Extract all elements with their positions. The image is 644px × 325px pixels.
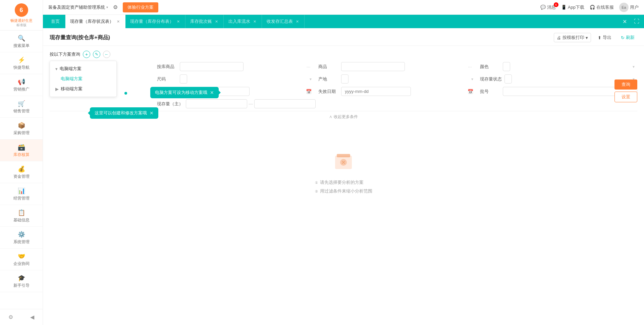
size-select[interactable]: [180, 74, 187, 84]
filter-rows: 按库商品 ··· 商品 ···: [50, 62, 637, 108]
tab-close-inventory-status[interactable]: ✕: [116, 19, 120, 24]
expire-date-input[interactable]: [341, 87, 411, 96]
quick-icon: ⚡: [18, 56, 25, 64]
collapse-sidebar-btn[interactable]: ◀: [29, 313, 36, 322]
goods-input-wrap: ···: [341, 62, 476, 71]
tab-bar: 首页 现存量（库存状况表） ✕ 现存量（库存分布表） ✕ 库存批次账 ✕ 出入库…: [43, 15, 644, 28]
sidebar-item-enterprise[interactable]: 🤝 企业协同: [0, 249, 43, 270]
sidebar-item-basic[interactable]: 📋 基础信息: [0, 205, 43, 227]
filter-add-btn[interactable]: +: [83, 51, 90, 58]
message-count-badge: 6: [554, 2, 558, 7]
expand-tabs-btn[interactable]: ⛶: [632, 17, 641, 26]
page-content: 现存量查询(按仓库+商品) 🖨 按模板打印 ▾ ⬆ 导出 ↻ 刷新: [43, 28, 644, 325]
sidebar-item-label: 采购管理: [13, 130, 30, 136]
warehouse-input-wrap: ···: [180, 62, 314, 71]
search-btn[interactable]: 查询: [614, 79, 637, 90]
online-support-label: 在线客服: [596, 4, 614, 10]
export-label: 导出: [603, 35, 611, 41]
print-btn[interactable]: 🖨 按模板打印 ▾: [554, 33, 591, 42]
empty-tip-1: 请先选择要分析的方案: [315, 178, 372, 187]
sidebar-item-search[interactable]: 🔍 搜索菜单: [0, 31, 43, 52]
scheme-mobile-group[interactable]: ▶ 移动端方案: [50, 84, 116, 94]
size-select-wrap: ▾: [180, 74, 314, 84]
tab-collect-summary[interactable]: 收发存汇总表 ✕: [262, 15, 305, 28]
tooltip-scheme-2: 这里可以创建和修改方案哦 ✕: [90, 107, 158, 119]
filter-edit-btn[interactable]: ✎: [93, 51, 100, 58]
filter-field-size: 尺码 ▾: [157, 74, 314, 84]
filter-header: 按以下方案查询 + ✎ ←: [50, 51, 637, 58]
sidebar-item-label: 经营管理: [13, 196, 30, 201]
sales-icon: 🛒: [18, 100, 25, 107]
sidebar-item-purchase[interactable]: 📦 采购管理: [0, 118, 43, 140]
close-all-tabs-btn[interactable]: ✕: [620, 17, 629, 26]
tab-home-label: 首页: [51, 18, 60, 24]
sidebar-item-guide[interactable]: 🎓 新手引导: [0, 270, 43, 292]
tab-close-collect-summary[interactable]: ✕: [295, 19, 300, 24]
filter-field-goods: 商品 ···: [318, 62, 476, 71]
stock-main-range: —: [186, 99, 316, 108]
filter-arrow-btn[interactable]: ←: [103, 51, 110, 58]
tooltip2-text: 这里可以创建和修改方案哦: [95, 110, 147, 116]
chevron-down-icon: ▾: [633, 64, 635, 69]
origin-select[interactable]: [341, 74, 348, 84]
scheme-desktop-group[interactable]: ▾ 电脑端方案: [50, 64, 116, 74]
reset-btn[interactable]: 设置: [614, 92, 637, 102]
message-btn[interactable]: 💬 消息 6: [540, 4, 556, 10]
goods-label: 商品: [318, 64, 338, 70]
sidebar-item-finance[interactable]: 💰 资金管理: [0, 161, 43, 183]
basic-icon: 📋: [18, 209, 25, 216]
operation-icon: 📊: [18, 187, 25, 195]
tab-inventory-status[interactable]: 现存量（库存状况表） ✕: [65, 15, 125, 28]
page-actions: 🖨 按模板打印 ▾ ⬆ 导出 ↻ 刷新: [554, 33, 637, 42]
online-support-btn[interactable]: 🎧 在线客服: [590, 4, 614, 10]
sidebar-item-marketing[interactable]: 📢 营销推广: [0, 74, 43, 96]
system-selector[interactable]: 装备及固定资产辅助管理系统 ▾: [48, 4, 108, 10]
chevron-right-icon: ▶: [55, 87, 59, 92]
sidebar-item-sales[interactable]: 🛒 销售管理: [0, 96, 43, 118]
goods-more-icon[interactable]: ···: [467, 64, 473, 69]
stock-main-max-input[interactable]: [254, 99, 316, 108]
expire-date-input-wrap: 📅: [341, 87, 476, 96]
sidebar-nav: 🔍 搜索菜单 ⚡ 快捷导航 📢 营销推广 🛒 销售管理 📦 采购管理 🗃️ 库存…: [0, 31, 43, 309]
tab-home[interactable]: 首页: [46, 15, 65, 28]
stock-status-select[interactable]: [504, 74, 512, 84]
filter-row-2: 尺码 ▾ 产地 ▾: [157, 74, 637, 84]
sidebar-item-label: 企业协同: [13, 261, 30, 267]
tooltip1-close-btn[interactable]: ✕: [210, 90, 214, 95]
app-download-label: App下载: [568, 4, 584, 10]
scheme-desktop-group-label: 电脑端方案: [60, 66, 82, 72]
tab-in-out-flow[interactable]: 出入库流水 ✕: [224, 15, 262, 28]
tooltip2-close-btn[interactable]: ✕: [150, 110, 154, 116]
stock-main-min-input[interactable]: [186, 99, 247, 108]
tab-batch-account[interactable]: 库存批次账 ✕: [185, 15, 224, 28]
sidebar-item-system[interactable]: ⚙️ 系统管理: [0, 227, 43, 249]
stock-main-label: 现存量（主）: [157, 101, 183, 107]
sidebar-item-operation[interactable]: 📊 经营管理: [0, 183, 43, 205]
export-btn[interactable]: ⬆ 导出: [595, 33, 614, 42]
tab-close-in-out-flow[interactable]: ✕: [252, 19, 257, 24]
industry-btn[interactable]: 体验行业方案: [123, 2, 158, 12]
tab-close-batch-account[interactable]: ✕: [214, 19, 219, 24]
range-dash: —: [249, 101, 253, 106]
chevron-down-icon: ▾: [471, 77, 473, 82]
settings-btn[interactable]: ⚙: [7, 313, 14, 322]
warehouse-input[interactable]: [180, 62, 244, 71]
warehouse-more-icon[interactable]: ···: [305, 64, 312, 69]
sidebar-item-quick[interactable]: ⚡ 快捷导航: [0, 52, 43, 74]
refresh-btn[interactable]: ↻ 刷新: [618, 33, 637, 42]
app-download-btn[interactable]: 📱 App下载: [561, 4, 584, 10]
phone-icon: 📱: [561, 5, 567, 10]
inventory-icon: 🗃️: [18, 144, 25, 151]
sidebar-item-inventory[interactable]: 🗃️ 库存核算: [0, 140, 43, 161]
gear-button[interactable]: ⚙: [111, 3, 120, 12]
purchase-icon: 📦: [18, 122, 25, 129]
tab-inventory-dist[interactable]: 现存量（库存分布表） ✕: [125, 15, 185, 28]
main-content: 装备及固定资产辅助管理系统 ▾ ⚙ 体验行业方案 💬 消息 6 📱 App下载 …: [43, 0, 644, 325]
tab-close-inventory-dist[interactable]: ✕: [176, 19, 180, 24]
user-btn[interactable]: Ea 用户: [619, 3, 639, 12]
empty-tip-2: 用过滤条件来缩小分析范围: [315, 187, 372, 196]
scheme-desktop-item[interactable]: 电脑端方案: [50, 74, 116, 84]
system-name: 装备及固定资产辅助管理系统: [48, 4, 105, 10]
goods-input[interactable]: [341, 62, 405, 71]
color-select[interactable]: [503, 62, 510, 71]
